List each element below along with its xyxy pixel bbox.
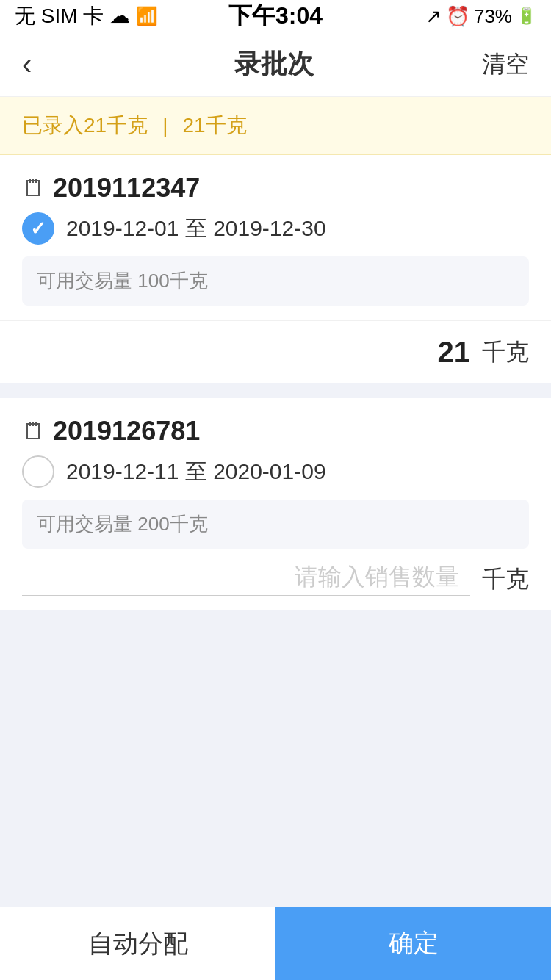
wifi-icon: 📶 [136,6,158,26]
batch-2-quantity-input[interactable] [22,563,470,591]
confirm-button[interactable]: 确定 [276,907,551,980]
page-title: 录批次 [234,46,314,82]
batch-2-date-row[interactable]: 2019-12-11 至 2020-01-09 [22,455,529,488]
auto-distribute-button[interactable]: 自动分配 [0,907,276,980]
location-icon: ↗ [425,5,442,28]
batch-1-id: 2019112347 [53,173,200,203]
batch-1-date: 2019-12-01 至 2019-12-30 [66,214,326,244]
batch-2-id-row: 🗒 2019126781 [22,416,529,447]
card-separator-1 [0,383,551,398]
content-area: 🗒 2019112347 2019-12-01 至 2019-12-30 可用交… [0,155,551,978]
batch-card-2-inner: 🗒 2019126781 2019-12-11 至 2020-01-09 可用交… [0,398,551,549]
batch-1-doc-icon: 🗒 [22,175,46,202]
back-button[interactable]: ‹ [22,48,66,81]
batch-1-quantity-row: 21 千克 [0,320,551,383]
batch-card-1-inner: 🗒 2019112347 2019-12-01 至 2019-12-30 可用交… [0,155,551,306]
info-banner: 已录入21千克 | 21千克 [0,97,551,155]
batch-1-date-row[interactable]: 2019-12-01 至 2019-12-30 [22,212,529,245]
battery-text: 73% [474,5,512,28]
batch-1-quantity-unit: 千克 [482,336,529,369]
batch-1-radio[interactable] [22,212,54,245]
status-right: ↗ ⏰ 73% 🔋 [425,5,536,28]
confirm-label: 确定 [389,926,439,960]
batch-2-doc-icon: 🗒 [22,418,46,445]
alarm-icon: ⏰ [446,5,469,28]
batch-2-avail: 可用交易量 200千克 [22,500,529,549]
info-divider: | [162,114,168,137]
auto-distribute-label: 自动分配 [88,927,188,961]
sim-text: 无 SIM 卡 ☁ [15,2,130,30]
batch-2-quantity-unit: 千克 [482,563,529,596]
status-time: 下午3:04 [228,0,323,32]
bottom-spacer [0,610,551,904]
batch-card-1: 🗒 2019112347 2019-12-01 至 2019-12-30 可用交… [0,155,551,383]
total-amount: 21千克 [182,112,246,140]
status-left: 无 SIM 卡 ☁ 📶 [15,2,158,30]
batch-card-2: 🗒 2019126781 2019-12-11 至 2020-01-09 可用交… [0,398,551,610]
batch-2-input-row: 千克 [0,549,551,610]
nav-bar: ‹ 录批次 清空 [0,32,551,97]
batch-1-quantity-value: 21 [438,336,471,369]
status-bar: 无 SIM 卡 ☁ 📶 下午3:04 ↗ ⏰ 73% 🔋 [0,0,551,32]
batch-2-input-underline [22,563,470,596]
batch-2-date: 2019-12-11 至 2020-01-09 [66,457,326,487]
recorded-amount: 已录入21千克 [22,112,148,140]
batch-2-id: 2019126781 [53,416,200,447]
batch-1-id-row: 🗒 2019112347 [22,173,529,203]
clear-button[interactable]: 清空 [482,48,529,81]
footer: 自动分配 确定 [0,907,551,980]
battery-icon: 🔋 [516,7,536,26]
batch-2-radio[interactable] [22,455,54,488]
batch-1-avail: 可用交易量 100千克 [22,256,529,306]
